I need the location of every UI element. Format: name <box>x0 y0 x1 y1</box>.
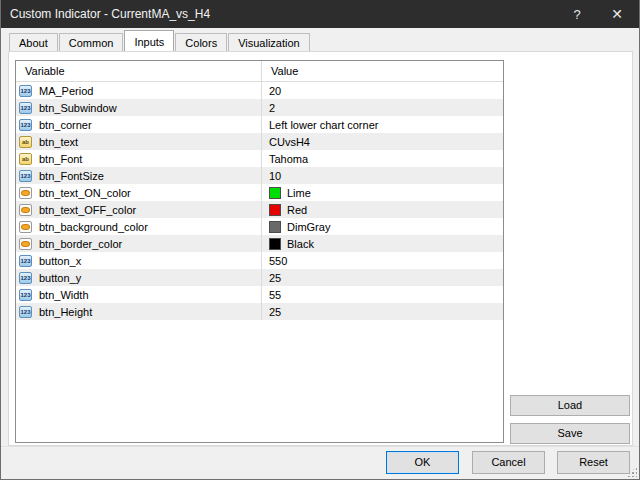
variable-cell: 123 btn_Width <box>16 286 261 303</box>
table-row[interactable]: 123 btn_Height 25 <box>16 303 503 320</box>
close-button[interactable]: ✕ <box>597 0 637 28</box>
tab-colors[interactable]: Colors <box>175 33 227 51</box>
numeric-param-icon: 123 <box>19 306 32 318</box>
value-cell[interactable]: 55 <box>261 286 503 303</box>
variable-cell: btn_text_ON_color <box>16 184 261 201</box>
table-rows: 123 MA_Period 20 123 btn_Subwindow 2 123… <box>16 82 503 320</box>
value-text: Black <box>287 238 314 250</box>
close-icon: ✕ <box>611 6 623 22</box>
table-row[interactable]: btn_border_color Black <box>16 235 503 252</box>
numeric-param-icon: 123 <box>19 119 32 131</box>
value-text: Left lower chart corner <box>269 119 378 131</box>
table-row[interactable]: 123 MA_Period 20 <box>16 82 503 99</box>
tab-strip: About Common Inputs Colors Visualization <box>1 28 639 51</box>
value-cell[interactable]: Lime <box>261 184 503 201</box>
color-swatch <box>269 221 281 233</box>
value-cell[interactable]: Red <box>261 201 503 218</box>
variable-cell: btn_text_OFF_color <box>16 201 261 218</box>
tab-common[interactable]: Common <box>59 33 124 51</box>
variable-name: button_x <box>39 255 81 267</box>
variable-name: btn_Subwindow <box>39 102 117 114</box>
value-text: DimGray <box>287 221 330 233</box>
value-text: Tahoma <box>269 153 308 165</box>
color-param-icon <box>19 204 32 216</box>
table-row[interactable]: 123 btn_Subwindow 2 <box>16 99 503 116</box>
value-cell[interactable]: 25 <box>261 303 503 320</box>
help-button[interactable]: ? <box>557 0 597 28</box>
value-cell[interactable]: CUvsH4 <box>261 133 503 150</box>
color-param-icon <box>19 221 32 233</box>
tab-visualization[interactable]: Visualization <box>228 33 310 51</box>
value-cell[interactable]: 2 <box>261 99 503 116</box>
reset-button[interactable]: Reset <box>557 451 630 474</box>
variable-name: btn_corner <box>39 119 92 131</box>
color-swatch <box>269 187 281 199</box>
table-row[interactable]: 123 btn_corner Left lower chart corner <box>16 116 503 133</box>
custom-indicator-dialog: Custom Indicator - CurrentMA_vs_H4 ? ✕ A… <box>0 0 640 480</box>
numeric-param-icon: 123 <box>19 170 32 182</box>
value-cell[interactable]: Black <box>261 235 503 252</box>
variable-cell: 123 btn_Height <box>16 303 261 320</box>
tab-inputs[interactable]: Inputs <box>124 30 174 51</box>
value-text: 20 <box>269 85 281 97</box>
variable-name: btn_Font <box>39 153 82 165</box>
column-header-value: Value <box>261 61 503 81</box>
help-icon: ? <box>573 7 580 22</box>
color-param-icon <box>19 238 32 250</box>
value-cell[interactable]: Tahoma <box>261 150 503 167</box>
footer-bar: OK Cancel Reset <box>1 446 639 479</box>
value-text: Lime <box>287 187 311 199</box>
variable-name: btn_FontSize <box>39 170 104 182</box>
value-cell[interactable]: 550 <box>261 252 503 269</box>
variable-name: btn_Width <box>39 289 89 301</box>
ok-button[interactable]: OK <box>386 451 459 474</box>
table-row[interactable]: btn_text_ON_color Lime <box>16 184 503 201</box>
table-header-row: Variable Value <box>16 61 503 82</box>
color-swatch <box>269 238 281 250</box>
variable-name: btn_background_color <box>39 221 148 233</box>
value-text: 25 <box>269 306 281 318</box>
variable-name: btn_border_color <box>39 238 122 250</box>
variable-cell: ab btn_text <box>16 133 261 150</box>
value-cell[interactable]: 25 <box>261 269 503 286</box>
value-cell[interactable]: Left lower chart corner <box>261 116 503 133</box>
variable-cell: btn_border_color <box>16 235 261 252</box>
numeric-param-icon: 123 <box>19 289 32 301</box>
value-text: CUvsH4 <box>269 136 310 148</box>
value-text: 550 <box>269 255 287 267</box>
tab-about[interactable]: About <box>9 33 58 51</box>
table-row[interactable]: 123 btn_FontSize 10 <box>16 167 503 184</box>
color-swatch <box>269 204 281 216</box>
value-cell[interactable]: 20 <box>261 82 503 99</box>
numeric-param-icon: 123 <box>19 255 32 267</box>
value-cell[interactable]: DimGray <box>261 218 503 235</box>
table-row[interactable]: ab btn_Font Tahoma <box>16 150 503 167</box>
value-text: 25 <box>269 272 281 284</box>
variable-name: button_y <box>39 272 81 284</box>
variable-cell: 123 btn_Subwindow <box>16 99 261 116</box>
variable-name: MA_Period <box>39 85 93 97</box>
table-row[interactable]: btn_text_OFF_color Red <box>16 201 503 218</box>
text-param-icon: ab <box>19 153 32 165</box>
inputs-tab-page: Variable Value 123 MA_Period 20 123 btn_… <box>8 51 633 446</box>
value-text: Red <box>287 204 307 216</box>
parameters-table: Variable Value 123 MA_Period 20 123 btn_… <box>15 60 504 443</box>
title-bar: Custom Indicator - CurrentMA_vs_H4 ? ✕ <box>1 0 639 28</box>
variable-name: btn_text <box>39 136 78 148</box>
variable-cell: 123 button_x <box>16 252 261 269</box>
value-cell[interactable]: 10 <box>261 167 503 184</box>
table-row[interactable]: 123 button_y 25 <box>16 269 503 286</box>
save-button[interactable]: Save <box>510 423 630 444</box>
table-row[interactable]: ab btn_text CUvsH4 <box>16 133 503 150</box>
variable-cell: 123 MA_Period <box>16 82 261 99</box>
variable-cell: 123 btn_FontSize <box>16 167 261 184</box>
table-row[interactable]: btn_background_color DimGray <box>16 218 503 235</box>
table-row[interactable]: 123 button_x 550 <box>16 252 503 269</box>
numeric-param-icon: 123 <box>19 272 32 284</box>
table-row[interactable]: 123 btn_Width 55 <box>16 286 503 303</box>
variable-cell: 123 button_y <box>16 269 261 286</box>
cancel-button[interactable]: Cancel <box>472 451 545 474</box>
load-button[interactable]: Load <box>510 395 630 416</box>
column-header-variable: Variable <box>16 65 261 77</box>
value-text: 55 <box>269 289 281 301</box>
